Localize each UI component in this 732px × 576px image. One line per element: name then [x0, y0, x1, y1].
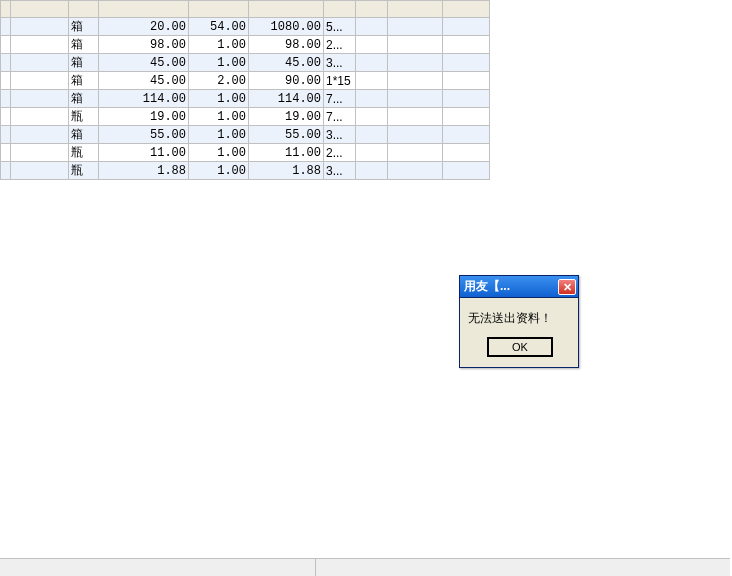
cell: 5... — [324, 18, 356, 36]
table-row[interactable]: 箱98.001.0098.002... — [1, 36, 490, 54]
cell: 瓶 — [69, 162, 99, 180]
table-row[interactable]: 箱45.001.0045.003... — [1, 54, 490, 72]
status-bar — [0, 558, 730, 576]
cell: 箱 — [69, 54, 99, 72]
dialog-body: 无法送出资料！ OK — [460, 298, 578, 367]
col-header — [1, 1, 11, 18]
table-row[interactable]: 瓶11.001.0011.002... — [1, 144, 490, 162]
cell — [356, 18, 388, 36]
cell — [1, 54, 11, 72]
cell: 1.00 — [189, 36, 249, 54]
cell — [443, 90, 490, 108]
table-row[interactable]: 瓶19.001.0019.007... — [1, 108, 490, 126]
cell — [11, 36, 69, 54]
cell: 7... — [324, 108, 356, 126]
cell — [443, 108, 490, 126]
col-header — [324, 1, 356, 18]
cell — [356, 90, 388, 108]
cell: 1.00 — [189, 54, 249, 72]
cell — [11, 54, 69, 72]
cell — [388, 144, 443, 162]
cell: 1.00 — [189, 144, 249, 162]
close-icon[interactable]: ✕ — [558, 279, 576, 295]
dialog-title-text: 用友【... — [464, 278, 558, 295]
col-header — [249, 1, 324, 18]
cell: 1.00 — [189, 108, 249, 126]
cell — [1, 126, 11, 144]
cell — [11, 108, 69, 126]
ok-button[interactable]: OK — [487, 337, 553, 357]
cell: 箱 — [69, 126, 99, 144]
cell — [1, 36, 11, 54]
cell: 箱 — [69, 36, 99, 54]
cell: 11.00 — [249, 144, 324, 162]
cell: 55.00 — [99, 126, 189, 144]
cell: 箱 — [69, 18, 99, 36]
cell: 箱 — [69, 90, 99, 108]
cell: 98.00 — [99, 36, 189, 54]
cell — [388, 126, 443, 144]
cell — [1, 144, 11, 162]
cell: 箱 — [69, 72, 99, 90]
status-divider — [315, 559, 316, 576]
cell: 3... — [324, 126, 356, 144]
cell — [443, 72, 490, 90]
cell — [388, 90, 443, 108]
cell — [388, 108, 443, 126]
table-row[interactable]: 箱45.002.0090.001*15 — [1, 72, 490, 90]
col-header — [443, 1, 490, 18]
cell: 45.00 — [99, 72, 189, 90]
error-dialog: 用友【... ✕ 无法送出资料！ OK — [459, 275, 579, 368]
col-header — [99, 1, 189, 18]
cell — [388, 162, 443, 180]
cell: 114.00 — [99, 90, 189, 108]
table-row[interactable]: 箱55.001.0055.003... — [1, 126, 490, 144]
cell — [356, 162, 388, 180]
cell — [1, 18, 11, 36]
cell: 1080.00 — [249, 18, 324, 36]
cell — [356, 36, 388, 54]
cell — [356, 126, 388, 144]
col-header — [189, 1, 249, 18]
cell: 20.00 — [99, 18, 189, 36]
cell — [356, 54, 388, 72]
table-header-row — [1, 1, 490, 18]
cell — [388, 18, 443, 36]
col-header — [388, 1, 443, 18]
cell — [388, 36, 443, 54]
dialog-titlebar[interactable]: 用友【... ✕ — [460, 276, 578, 298]
cell: 19.00 — [99, 108, 189, 126]
table-row[interactable]: 箱20.0054.001080.005... — [1, 18, 490, 36]
cell — [388, 54, 443, 72]
cell — [11, 144, 69, 162]
cell: 1.88 — [99, 162, 189, 180]
cell — [388, 72, 443, 90]
cell — [11, 18, 69, 36]
cell: 1.00 — [189, 126, 249, 144]
cell — [356, 108, 388, 126]
cell: 2... — [324, 36, 356, 54]
cell: 3... — [324, 54, 356, 72]
cell — [443, 162, 490, 180]
cell — [11, 90, 69, 108]
cell: 45.00 — [249, 54, 324, 72]
cell — [443, 36, 490, 54]
cell — [443, 144, 490, 162]
cell: 11.00 — [99, 144, 189, 162]
cell: 19.00 — [249, 108, 324, 126]
cell: 1*15 — [324, 72, 356, 90]
table-row[interactable]: 箱114.001.00114.007... — [1, 90, 490, 108]
cell: 45.00 — [99, 54, 189, 72]
cell: 55.00 — [249, 126, 324, 144]
cell — [443, 18, 490, 36]
cell: 1.88 — [249, 162, 324, 180]
cell: 瓶 — [69, 144, 99, 162]
cell: 2.00 — [189, 72, 249, 90]
table-row[interactable]: 瓶1.881.001.883... — [1, 162, 490, 180]
cell — [1, 72, 11, 90]
data-grid[interactable]: 箱20.0054.001080.005...箱98.001.0098.002..… — [0, 0, 490, 180]
cell: 1.00 — [189, 90, 249, 108]
cell: 114.00 — [249, 90, 324, 108]
cell: 3... — [324, 162, 356, 180]
cell — [11, 72, 69, 90]
